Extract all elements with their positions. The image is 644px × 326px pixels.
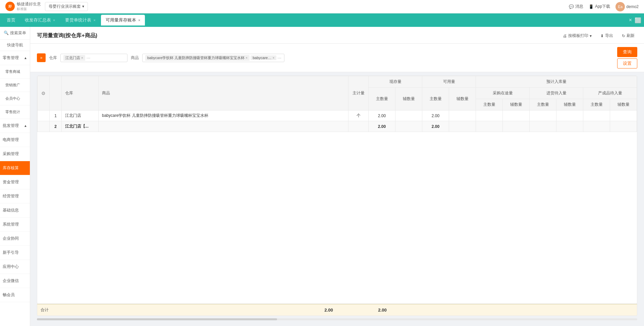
- download-label: App下载: [595, 4, 610, 9]
- sidebar-item-newbie[interactable]: 新手引导: [0, 246, 30, 260]
- industry-selector[interactable]: 母婴行业演示账套 ▾: [45, 2, 88, 11]
- sidebar-item-wechat[interactable]: 企业微信: [0, 274, 30, 288]
- sidebar-item-label: 企业协同: [3, 236, 19, 241]
- sidebar-item-inventory[interactable]: 库存核算: [0, 161, 30, 175]
- home-label: 首页: [7, 17, 15, 23]
- sidebar-item-basic-info[interactable]: 基础信息: [0, 203, 30, 218]
- avatar-text: Ea: [618, 5, 623, 9]
- cell-available-aux: [449, 110, 476, 121]
- cell-num: 1: [50, 110, 62, 121]
- download-button[interactable]: 📱 App下载: [589, 4, 610, 9]
- sidebar-item-purchase[interactable]: 采购管理: [0, 147, 30, 161]
- cell-production-main: [583, 121, 610, 132]
- table-footer: 合计 2.00 2.00: [37, 304, 637, 316]
- cell-incoming-aux: [556, 110, 583, 121]
- user-name: demo2: [626, 4, 639, 9]
- scroll-thumb[interactable]: [37, 318, 277, 320]
- cell-available-main: 2.00: [422, 110, 449, 121]
- th-planned-group: 预计入库量: [476, 76, 637, 88]
- sidebar-item-finance[interactable]: 资金管理: [0, 175, 30, 189]
- sidebar-item-label: 基础信息: [3, 207, 19, 213]
- tab-close-shoucunhui[interactable]: ×: [53, 18, 55, 22]
- chevron-down-icon: ▾: [82, 4, 84, 9]
- sidebar-item-member[interactable]: 会员中心: [0, 92, 30, 105]
- tab-yaohuo[interactable]: 要货单统计表 ×: [60, 15, 100, 26]
- sidebar-item-label: 会员中心: [5, 96, 20, 101]
- sidebar-item-label: 零售管理: [3, 55, 19, 61]
- warehouse-tag-text: 江北门店: [65, 55, 80, 60]
- logo-text: 畅捷通好生意: [17, 2, 41, 6]
- sidebar-item-system[interactable]: 系统管理: [0, 218, 30, 232]
- tab-keyongliang[interactable]: 可用量库存账本 ×: [101, 15, 145, 26]
- sidebar-item-app-center[interactable]: 应用中心: [0, 260, 30, 274]
- product-tag-close-1[interactable]: ×: [272, 56, 274, 60]
- message-button[interactable]: 💬 消息: [569, 4, 583, 9]
- th-incoming-aux: 辅数量: [556, 99, 583, 110]
- sidebar-item-label: 采购管理: [3, 151, 19, 157]
- sidebar-item-label: 企业微信: [3, 278, 19, 284]
- cell-stock-aux: [395, 121, 422, 132]
- cell-num: 2: [50, 121, 62, 132]
- footer-label: 合计: [41, 307, 77, 313]
- warehouse-tag-close[interactable]: ×: [81, 56, 83, 60]
- warehouse-filter-dots[interactable]: ···: [87, 55, 91, 60]
- cell-gear: [38, 121, 50, 132]
- refresh-button[interactable]: ↻ 刷新: [619, 32, 637, 40]
- data-table: ⚙ 仓库 商品 主计量 现存量 可用量 预计入库量 主数量 辅数量 主数量: [37, 76, 637, 132]
- sidebar-item-label: 零售统计: [5, 109, 20, 114]
- cell-unit: 个: [348, 110, 369, 121]
- product-filter-input[interactable]: babycare学饮杯 儿童防摔防撞吸管杯重力球吸嘴杯宝宝水杯 × babyca…: [142, 54, 284, 62]
- message-label: 消息: [575, 4, 583, 9]
- sidebar-item-marketing[interactable]: 营销推广: [0, 79, 30, 92]
- sidebar-item-retail-mall[interactable]: 零售商城: [0, 65, 30, 79]
- sidebar-item-operations[interactable]: 经营管理: [0, 189, 30, 203]
- sidebar-item-enterprise[interactable]: 企业协同: [0, 232, 30, 246]
- product-filter-dots[interactable]: ···: [277, 55, 281, 60]
- product-tag-close-0[interactable]: ×: [246, 56, 248, 60]
- button-group: 查询 设置: [617, 47, 637, 68]
- sidebar-item-label: 电商管理: [3, 137, 19, 143]
- sidebar-item-label: 系统管理: [3, 222, 19, 227]
- tab-close-yaohuo[interactable]: ×: [93, 18, 95, 22]
- export-button[interactable]: ⬇ 导出: [598, 32, 616, 40]
- sidebar-item-ecommerce[interactable]: 电商管理: [0, 133, 30, 147]
- maximize-window-icon[interactable]: ⬜: [635, 17, 641, 24]
- sidebar-search[interactable]: 🔍 搜索菜单: [0, 27, 30, 40]
- header-row-1: ⚙ 仓库 商品 主计量 现存量 可用量 预计入库量: [38, 76, 637, 88]
- footer-available-main: 2.00: [369, 308, 396, 313]
- tab-shoucunhui[interactable]: 收发存汇总表 ×: [20, 15, 60, 26]
- page-header: 可用量查询(按仓库+商品) 🖨 按模板打印 ▾ ⬇ 导出 ↻ 刷新: [30, 27, 644, 44]
- print-label: 按模板打印: [568, 33, 588, 39]
- warehouse-filter-input[interactable]: 江北门店 × ···: [60, 54, 127, 62]
- gear-icon[interactable]: ⚙: [41, 91, 46, 96]
- cell-stock-main: 2.00: [369, 110, 395, 121]
- sidebar-item-retail-stats[interactable]: 零售统计: [0, 105, 30, 119]
- search-icon: 🔍: [4, 31, 9, 35]
- tab-home[interactable]: 首页: [3, 15, 19, 26]
- sidebar-item-retail-mgmt[interactable]: 零售管理 ▲: [0, 51, 30, 65]
- cell-unit: [348, 121, 369, 132]
- sidebar-item-label: 批发管理: [3, 123, 19, 129]
- th-warehouse: 仓库: [62, 76, 99, 110]
- sidebar-item-wholesale[interactable]: 批发管理 ▲: [0, 119, 30, 133]
- scroll-bar-area: [37, 316, 637, 323]
- filter-toggle[interactable]: »: [37, 53, 46, 62]
- sidebar-quick-nav[interactable]: 快捷导航: [0, 40, 30, 51]
- product-tag-text-1: babycare…: [253, 56, 271, 60]
- scroll-track[interactable]: [37, 318, 637, 320]
- page-title: 可用量查询(按仓库+商品): [37, 32, 97, 39]
- setting-button[interactable]: 设置: [617, 58, 637, 68]
- user-profile[interactable]: Ea demo2: [615, 2, 639, 11]
- tab-label-yaohuo: 要货单统计表: [65, 17, 91, 23]
- th-available-aux: 辅数量: [449, 88, 476, 110]
- tab-label-shoucunhui: 收发存汇总表: [25, 17, 51, 23]
- search-label: 搜索菜单: [10, 31, 26, 35]
- tab-close-keyongliang[interactable]: ×: [138, 18, 140, 22]
- th-stock-group: 现存量: [369, 76, 422, 88]
- warehouse-tag: 江北门店 ×: [63, 55, 85, 61]
- query-button[interactable]: 查询: [617, 47, 637, 57]
- sidebar-item-vip[interactable]: 畅会员: [0, 288, 30, 302]
- close-window-icon[interactable]: ×: [629, 17, 632, 24]
- sidebar-item-label: 零售商城: [5, 69, 20, 74]
- print-button[interactable]: 🖨 按模板打印 ▾: [560, 32, 594, 40]
